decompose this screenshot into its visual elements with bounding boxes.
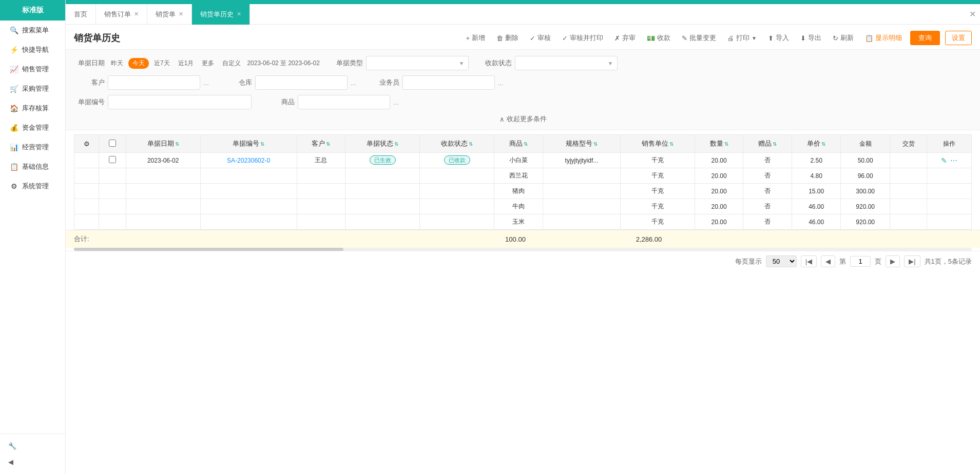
date-btn-more[interactable]: 更多	[199, 58, 217, 69]
cell-amount: 50.00	[841, 153, 890, 168]
salesperson-label: 业务员	[369, 78, 399, 87]
salesperson-ellipsis[interactable]: ...	[498, 79, 504, 87]
cell-unit: 千克	[620, 214, 695, 230]
cell-goods: 猪肉	[494, 184, 543, 199]
audit-button[interactable]: ✓ 审核	[527, 32, 554, 44]
cell-doc-date	[126, 168, 200, 184]
sidebar-bottom-settings[interactable]: 🔧	[0, 438, 65, 454]
prev-page-button[interactable]: ◀	[821, 255, 835, 267]
col-doc-date[interactable]: 单据日期⇅	[126, 135, 200, 153]
tab-sales-order-close[interactable]: ✕	[134, 11, 139, 17]
customer-ellipsis[interactable]: ...	[203, 79, 209, 87]
refresh-button[interactable]: ↻ 刷新	[830, 32, 857, 44]
cell-doc-status: 已生效	[345, 153, 420, 168]
sidebar-item-capital-mgmt[interactable]: 💰 资金管理	[0, 118, 65, 137]
tab-sales-history-close[interactable]: ✕	[237, 11, 241, 17]
summary-amount: 2,286.00	[618, 235, 680, 243]
select-all-checkbox[interactable]	[109, 140, 116, 147]
col-spec[interactable]: 规格型号⇅	[543, 135, 620, 153]
date-btn-yesterday[interactable]: 昨天	[108, 58, 126, 69]
sidebar-item-sys-mgmt[interactable]: ⚙ 系统管理	[0, 176, 65, 196]
col-doc-no[interactable]: 单据编号⇅	[200, 135, 297, 153]
quick-nav-icon: ⚡	[10, 46, 18, 54]
sidebar-item-purchase-mgmt[interactable]: 🛒 采购管理	[0, 79, 65, 98]
delete-button[interactable]: 🗑 删除	[493, 32, 522, 44]
add-button[interactable]: + 新增	[463, 32, 489, 44]
tab-sales-order[interactable]: 销售订单 ✕	[96, 4, 147, 25]
cell-amount: 920.00	[841, 214, 890, 230]
salesperson-input[interactable]	[402, 75, 495, 90]
cell-doc-date: 2023-06-02	[126, 153, 200, 168]
sidebar-item-sales-mgmt[interactable]: 📈 销售管理	[0, 60, 65, 79]
collect-status-select[interactable]: ▼	[515, 56, 618, 70]
collapse-filter-btn[interactable]: ∧ 收起更多条件	[74, 114, 972, 124]
cell-doc-no: SA-20230602-0	[200, 153, 297, 168]
first-page-button[interactable]: |◀	[801, 255, 817, 267]
warehouse-ellipsis[interactable]: ...	[351, 79, 356, 87]
tab-sales-delivery[interactable]: 销货单 ✕	[147, 4, 192, 25]
col-unit-price[interactable]: 单价⇅	[792, 135, 841, 153]
cell-doc-no	[200, 184, 297, 199]
query-button[interactable]: 查询	[910, 31, 940, 45]
col-collect-status[interactable]: 收款状态⇅	[420, 135, 494, 153]
sidebar-item-quick-nav[interactable]: ⚡ 快捷导航	[0, 40, 65, 60]
cell-transaction	[890, 199, 927, 214]
cell-unit: 千克	[620, 184, 695, 199]
show-detail-button[interactable]: 📋 显示明细	[862, 32, 905, 44]
cell-doc-no	[200, 214, 297, 230]
collect-button[interactable]: 💵 收款	[644, 32, 674, 44]
page-number-input[interactable]: 1	[850, 256, 871, 267]
goods-ellipsis[interactable]: ...	[393, 98, 399, 106]
col-customer[interactable]: 客户⇅	[297, 135, 345, 153]
date-btn-custom[interactable]: 自定义	[219, 58, 244, 69]
abandon-button[interactable]: ✗ 弃审	[611, 32, 639, 44]
sidebar-bottom: 🔧 ◀	[0, 433, 65, 474]
date-btn-today[interactable]: 今天	[128, 58, 149, 69]
tab-sales-delivery-close[interactable]: ✕	[179, 11, 183, 17]
sidebar-label-capital-mgmt: 资金管理	[22, 123, 49, 132]
date-btn-7days[interactable]: 近7天	[151, 58, 173, 69]
set-button[interactable]: 设置	[945, 31, 972, 45]
doc-type-select[interactable]: ▼	[366, 56, 469, 70]
settings-col-icon[interactable]: ⚙	[84, 140, 90, 148]
batch-change-button[interactable]: ✎ 批量变更	[679, 32, 719, 44]
last-page-button[interactable]: ▶|	[904, 255, 920, 267]
goods-input[interactable]	[298, 95, 390, 109]
next-page-button[interactable]: ▶	[886, 255, 900, 267]
import-label: 导入	[776, 33, 789, 43]
customer-input[interactable]	[108, 75, 200, 90]
customer-sort-icon: ⇅	[326, 141, 330, 147]
sidebar-item-inventory[interactable]: 🏠 库存核算	[0, 98, 65, 118]
warehouse-input[interactable]	[255, 75, 348, 90]
tab-sales-history[interactable]: 销货单历史 ✕	[192, 4, 250, 25]
col-doc-status[interactable]: 单据状态⇅	[345, 135, 420, 153]
more-action-btn[interactable]: ⋯	[950, 156, 957, 165]
sidebar-collapse-btn[interactable]: ◀	[0, 454, 65, 470]
edit-action-btn[interactable]: ✎	[941, 156, 947, 165]
sidebar-item-ops-mgmt[interactable]: 📊 经营管理	[0, 137, 65, 157]
export-button[interactable]: ⬇ 导出	[797, 32, 824, 44]
main-area: 首页 销售订单 ✕ 销货单 ✕ 销货单历史 ✕ ✕ 销货单历史 + 新增	[66, 0, 980, 474]
doc-no-input[interactable]	[108, 95, 252, 109]
sidebar-item-basic-info[interactable]: 📋 基础信息	[0, 157, 65, 176]
col-settings[interactable]: ⚙	[74, 135, 99, 153]
print-button[interactable]: 🖨 打印 ▼	[724, 32, 760, 44]
col-unit[interactable]: 销售单位⇅	[620, 135, 695, 153]
tab-home[interactable]: 首页	[66, 4, 96, 25]
filter-row-2: 客户 ... 仓库 ... 业务员 ...	[74, 75, 972, 90]
tab-bar-close-all[interactable]: ✕	[969, 9, 980, 19]
doc-no-sort-icon: ⇅	[260, 141, 264, 147]
audit-print-button[interactable]: ✓ 审核并打印	[559, 32, 606, 44]
import-button[interactable]: ⬆ 导入	[765, 32, 792, 44]
row-checkbox[interactable]	[109, 156, 116, 163]
page-size-select[interactable]: 50 100	[766, 255, 797, 267]
col-qty[interactable]: 数量⇅	[695, 135, 743, 153]
col-gift[interactable]: 赠品⇅	[743, 135, 792, 153]
date-btn-1month[interactable]: 近1月	[175, 58, 197, 69]
cell-gift: 否	[743, 168, 792, 184]
sidebar-label-sales-mgmt: 销售管理	[22, 65, 49, 74]
cell-spec	[543, 199, 620, 214]
sidebar-label-search-menu: 搜索菜单	[22, 26, 49, 35]
sidebar-item-search-menu[interactable]: 🔍 搜索菜单	[0, 21, 65, 40]
col-goods[interactable]: 商品⇅	[494, 135, 543, 153]
